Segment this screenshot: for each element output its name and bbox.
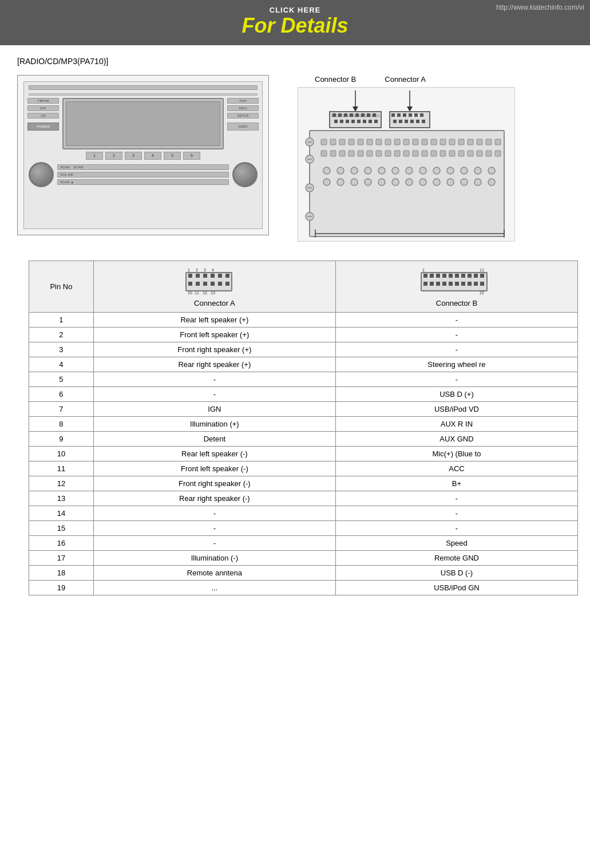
- table-row: 11 Front left speaker (-) ACC: [29, 461, 578, 476]
- svg-rect-26: [409, 113, 412, 117]
- svg-rect-21: [374, 120, 378, 123]
- conn-b-cell: Steering wheel re: [335, 357, 577, 372]
- svg-rect-34: [422, 120, 425, 123]
- connector-diagram: Connector B Connector A: [298, 75, 573, 243]
- table-row: 14 - -: [29, 506, 578, 520]
- svg-rect-23: [391, 113, 395, 117]
- svg-rect-75: [422, 151, 427, 156]
- svg-rect-31: [405, 120, 408, 123]
- svg-rect-145: [474, 274, 478, 278]
- conn-b-cell: Mic(+) (Blue to: [335, 446, 577, 461]
- table-row: 15 - -: [29, 520, 578, 535]
- svg-rect-76: [431, 151, 437, 156]
- svg-rect-50: [376, 139, 382, 145]
- conn-a-cell: -: [93, 386, 335, 401]
- svg-point-94: [461, 167, 468, 174]
- svg-rect-27: [414, 113, 418, 117]
- conn-b-cell: Remote GND: [335, 550, 577, 565]
- svg-text:3: 3: [204, 268, 206, 272]
- svg-rect-32: [410, 120, 414, 123]
- svg-rect-7: [338, 113, 342, 117]
- conn-a-cell: Front left speaker (+): [93, 327, 335, 342]
- table-row: 9 Detent AUX GND: [29, 431, 578, 446]
- svg-rect-12: [367, 113, 370, 117]
- svg-rect-120: [203, 274, 207, 278]
- table-row: 10 Rear left speaker (-) Mic(+) (Blue to: [29, 446, 578, 461]
- svg-point-86: [351, 167, 358, 174]
- pin-no-cell: 9: [29, 431, 94, 446]
- svg-rect-121: [211, 274, 215, 278]
- conn-a-cell: -: [93, 535, 335, 550]
- svg-rect-78: [449, 151, 455, 156]
- svg-point-93: [447, 167, 454, 174]
- svg-rect-150: [442, 282, 446, 286]
- pin-no-cell: 6: [29, 386, 94, 401]
- conn-b-cell: -: [335, 312, 577, 327]
- conn-b-cell: -: [335, 520, 577, 535]
- svg-rect-129: [196, 282, 200, 286]
- svg-rect-25: [403, 113, 406, 117]
- svg-point-89: [392, 167, 399, 174]
- svg-rect-147: [423, 282, 427, 286]
- svg-rect-55: [422, 139, 427, 145]
- pin-no-cell: 11: [29, 461, 94, 476]
- svg-text:1: 1: [188, 268, 190, 272]
- svg-rect-133: [225, 282, 229, 286]
- conn-a-cell: Rear right speaker (+): [93, 357, 335, 372]
- table-row: 13 Rear right speaker (-) -: [29, 491, 578, 506]
- svg-text:11: 11: [195, 291, 199, 295]
- svg-text:1: 1: [422, 268, 425, 272]
- svg-rect-80: [468, 151, 473, 156]
- conn-a-cell: -: [93, 520, 335, 535]
- svg-rect-64: [321, 151, 327, 156]
- radio-diagram: FM/AM SAT CD POWER AUX INFO: [17, 75, 280, 235]
- pin-no-cell: 17: [29, 550, 94, 565]
- pin-no-cell: 1: [29, 312, 94, 327]
- table-row: 18 Remote anntena USB D (-): [29, 565, 578, 580]
- svg-rect-45: [330, 139, 336, 145]
- svg-rect-53: [403, 139, 409, 145]
- table-row: 16 - Speed: [29, 535, 578, 550]
- svg-point-103: [406, 179, 413, 186]
- svg-text:2: 2: [196, 268, 198, 272]
- svg-rect-29: [393, 120, 397, 123]
- svg-point-87: [365, 167, 371, 174]
- diagrams-row: FM/AM SAT CD POWER AUX INFO: [17, 75, 573, 243]
- conn-a-cell: Illumination (-): [93, 550, 335, 565]
- svg-rect-154: [468, 282, 472, 286]
- pin-no-cell: 15: [29, 520, 94, 535]
- svg-rect-10: [355, 113, 359, 117]
- conn-b-cell: B+: [335, 476, 577, 491]
- svg-rect-142: [455, 274, 459, 278]
- svg-rect-24: [397, 113, 401, 117]
- pin-no-cell: 3: [29, 342, 94, 357]
- table-row: 12 Front right speaker (-) B+: [29, 476, 578, 491]
- svg-rect-122: [218, 274, 222, 278]
- table-row: 7 IGN USB/iPod VD: [29, 401, 578, 416]
- svg-rect-117: [186, 273, 232, 291]
- svg-rect-69: [367, 151, 373, 156]
- conn-b-cell: -: [335, 491, 577, 506]
- conn-b-cell: USB/iPod VD: [335, 401, 577, 416]
- connector-a-label: Connector A: [385, 75, 426, 84]
- svg-text:22: 22: [480, 291, 484, 295]
- pin-table-body: 1 Rear left speaker (+) - 2 Front left s…: [29, 312, 578, 595]
- table-row: 17 Illumination (-) Remote GND: [29, 550, 578, 565]
- svg-rect-33: [416, 120, 419, 123]
- svg-rect-130: [203, 282, 207, 286]
- svg-rect-13: [373, 113, 376, 117]
- connector-b-label: Connector B: [315, 75, 356, 84]
- svg-rect-151: [449, 282, 453, 286]
- svg-point-85: [337, 167, 344, 174]
- pin-no-cell: 4: [29, 357, 94, 372]
- svg-rect-59: [458, 139, 464, 145]
- conn-b-cell: ACC: [335, 461, 577, 476]
- header-banner: http://www.kiatechinfo.com/vi CLICK HERE…: [0, 0, 590, 45]
- svg-rect-20: [369, 120, 372, 123]
- svg-point-92: [433, 167, 440, 174]
- conn-b-cell: USB D (-): [335, 565, 577, 580]
- svg-rect-6: [332, 113, 336, 117]
- svg-rect-62: [486, 139, 492, 145]
- header-connector-b: 1 11: [335, 261, 577, 312]
- svg-rect-83: [495, 151, 501, 156]
